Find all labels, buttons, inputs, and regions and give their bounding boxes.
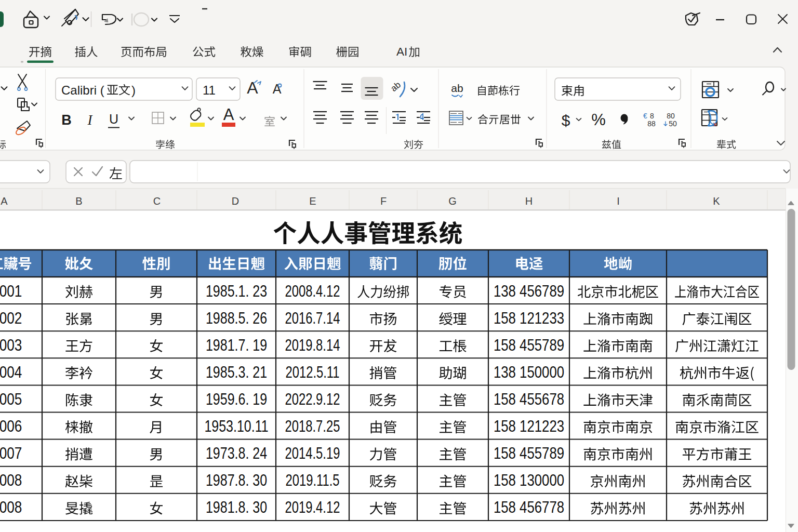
svg-text:158 121223: 158 121223: [494, 417, 564, 435]
svg-text:50: 50: [669, 119, 677, 128]
svg-text:008: 008: [0, 499, 22, 516]
svg-text:I: I: [617, 195, 620, 207]
svg-text:A: A: [223, 105, 234, 124]
svg-text:2016.7.14: 2016.7.14: [285, 309, 340, 327]
svg-text:1985.1. 23: 1985.1. 23: [206, 282, 267, 300]
svg-text:2018.7.25: 2018.7.25: [285, 417, 340, 435]
svg-text:2019.11.5: 2019.11.5: [285, 471, 339, 489]
svg-text:158 455789: 158 455789: [494, 444, 564, 462]
svg-text:A: A: [1, 195, 8, 207]
svg-text:1985.3. 21: 1985.3. 21: [206, 363, 267, 381]
svg-text:2019.4.12: 2019.4.12: [285, 499, 340, 517]
svg-text:80: 80: [667, 112, 675, 120]
svg-text:2022.9.12: 2022.9.12: [285, 390, 340, 408]
svg-text:D: D: [232, 195, 239, 207]
svg-text:006: 006: [0, 417, 22, 435]
svg-text:F: F: [380, 195, 387, 207]
svg-text:007: 007: [0, 444, 22, 462]
svg-text:ab: ab: [451, 82, 463, 94]
svg-text:005: 005: [0, 390, 22, 408]
svg-text:158 130000: 158 130000: [494, 471, 564, 489]
svg-text:158 455678: 158 455678: [494, 390, 564, 408]
svg-text:C: C: [153, 195, 161, 207]
svg-text:003: 003: [0, 336, 22, 354]
svg-text:H: H: [525, 195, 533, 207]
svg-text:1973.8. 24: 1973.8. 24: [206, 445, 267, 462]
svg-text:8: 8: [650, 112, 654, 120]
svg-text:%: %: [591, 111, 606, 129]
svg-text:1981.8. 30: 1981.8. 30: [206, 499, 267, 516]
svg-text:11: 11: [203, 83, 216, 97]
svg-text:2008.4.12: 2008.4.12: [285, 282, 340, 300]
svg-text:G: G: [448, 195, 457, 207]
svg-text:2012.5.11: 2012.5.11: [285, 363, 339, 381]
svg-text:002: 002: [0, 309, 22, 327]
svg-text:B: B: [75, 195, 82, 207]
svg-text:K: K: [713, 195, 720, 207]
svg-text:U: U: [109, 112, 118, 126]
svg-text:88: 88: [647, 119, 656, 128]
svg-text:008: 008: [0, 471, 22, 489]
svg-text:E: E: [309, 195, 316, 207]
svg-text:1987.8. 30: 1987.8. 30: [206, 472, 267, 489]
svg-text:): ): [131, 83, 136, 97]
svg-text:138 150000: 138 150000: [494, 363, 564, 381]
svg-text:AI: AI: [396, 45, 407, 58]
svg-text:2019.8.14: 2019.8.14: [285, 336, 340, 354]
svg-text:004: 004: [0, 363, 22, 381]
svg-text:B: B: [61, 112, 72, 128]
svg-text:1981.7. 19: 1981.7. 19: [206, 336, 267, 354]
svg-text:1988.5. 26: 1988.5. 26: [206, 309, 267, 327]
svg-text:158 121233: 158 121233: [494, 309, 564, 327]
svg-text:2014.5.19: 2014.5.19: [285, 444, 340, 462]
svg-text:1959.6. 19: 1959.6. 19: [206, 391, 267, 408]
svg-text:Calibri (: Calibri (: [61, 83, 104, 97]
svg-text:001: 001: [0, 282, 22, 300]
svg-text:158 455789: 158 455789: [494, 336, 564, 354]
svg-text:138 456789: 138 456789: [494, 282, 564, 300]
svg-text:€: €: [643, 112, 647, 120]
svg-text:$: $: [562, 112, 570, 129]
svg-text:158 456778: 158 456778: [494, 498, 564, 516]
svg-text:1953.10.11: 1953.10.11: [204, 418, 268, 435]
